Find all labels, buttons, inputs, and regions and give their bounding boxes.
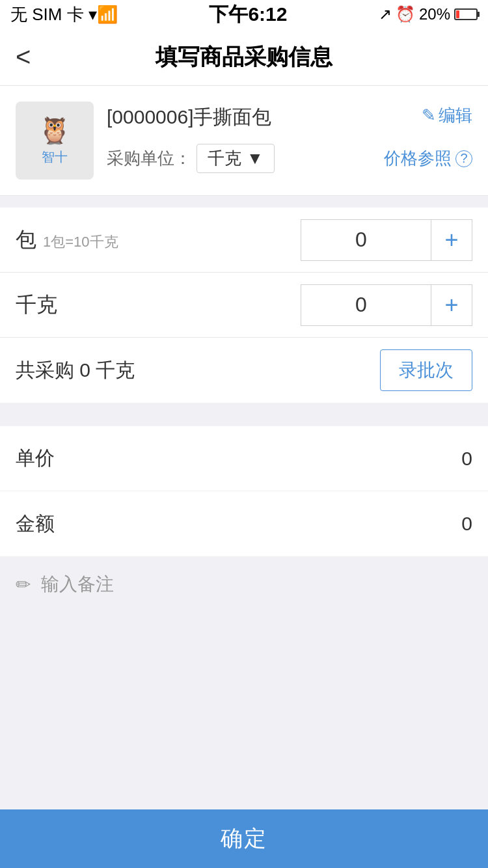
battery-percent: 20% [419, 5, 450, 23]
pencil-icon: ✏ [16, 574, 31, 595]
total-label: 共采购 0 千克 [16, 357, 135, 384]
quantity-row-kg: 千克 + [0, 273, 488, 338]
kg-plus-button[interactable]: + [431, 284, 472, 326]
bao-plus-button[interactable]: + [431, 219, 472, 261]
amount-value: 0 [461, 513, 472, 535]
location-icon: ↗ [379, 5, 392, 23]
back-button[interactable]: < [16, 42, 31, 72]
kg-input-group: + [301, 284, 472, 326]
bottom-empty-area [0, 612, 488, 807]
quantity-row-bao: 包 1包=10千克 + [0, 208, 488, 273]
product-info: [0000006]手撕面包 ✎ 编辑 采购单位： 千克 ▼ 价格参照 ? [107, 102, 472, 173]
nav-bar: < 填写商品采购信息 [0, 29, 488, 86]
page-title: 填写商品采购信息 [156, 42, 332, 72]
kg-input[interactable] [301, 284, 431, 326]
bao-input[interactable] [301, 219, 431, 261]
notes-placeholder: 输入备注 [41, 572, 114, 597]
section-divider-2 [0, 403, 488, 414]
unit-price-value: 0 [461, 448, 472, 470]
status-bar: 无 SIM 卡 ▾📶 下午6:12 ↗ ⏰ 20% [0, 0, 488, 29]
section-divider-1 [0, 196, 488, 208]
unit-price-row: 单价 0 [0, 426, 488, 491]
bao-label: 包 1包=10千克 [16, 226, 118, 254]
alarm-icon: ⏰ [396, 5, 415, 23]
amount-label: 金额 [16, 511, 55, 537]
notes-section[interactable]: ✏ 输入备注 [0, 556, 488, 612]
amount-row: 金额 0 [0, 491, 488, 556]
confirm-button[interactable]: 确定 [0, 809, 488, 868]
price-section: 单价 0 金额 0 [0, 426, 488, 556]
product-owl-icon: 🦉 [38, 115, 71, 146]
bao-sublabel: 1包=10千克 [43, 232, 118, 252]
edit-button[interactable]: ✎ 编辑 [422, 104, 472, 127]
chevron-down-icon: ▼ [247, 148, 264, 169]
product-image-label: 智十 [42, 148, 68, 166]
price-ref-label: 价格参照 [384, 147, 452, 170]
time-display: 下午6:12 [209, 1, 287, 28]
bao-input-group: + [301, 219, 472, 261]
carrier-text: 无 SIM 卡 ▾📶 [10, 3, 118, 26]
record-batch-button[interactable]: 录批次 [380, 349, 472, 391]
total-row: 共采购 0 千克 录批次 [0, 338, 488, 403]
edit-icon: ✎ [422, 105, 436, 126]
product-image: 🦉 智十 [16, 102, 94, 180]
price-ref-button[interactable]: 价格参照 ? [384, 147, 472, 170]
help-icon: ? [455, 150, 472, 167]
kg-label: 千克 [16, 291, 57, 319]
unit-prefix-label: 采购单位： [107, 147, 191, 170]
unit-price-label: 单价 [16, 445, 55, 472]
unit-select[interactable]: 千克 ▼ [197, 144, 275, 173]
quantity-section: 包 1包=10千克 + 千克 + 共采购 0 千克 录批次 [0, 208, 488, 403]
product-card: 🦉 智十 [0000006]手撕面包 ✎ 编辑 采购单位： 千克 ▼ [0, 86, 488, 196]
status-right-icons: ↗ ⏰ 20% [379, 5, 478, 23]
battery-icon [454, 8, 478, 20]
unit-value: 千克 [208, 147, 241, 170]
product-name: [0000006]手撕面包 [107, 104, 271, 131]
